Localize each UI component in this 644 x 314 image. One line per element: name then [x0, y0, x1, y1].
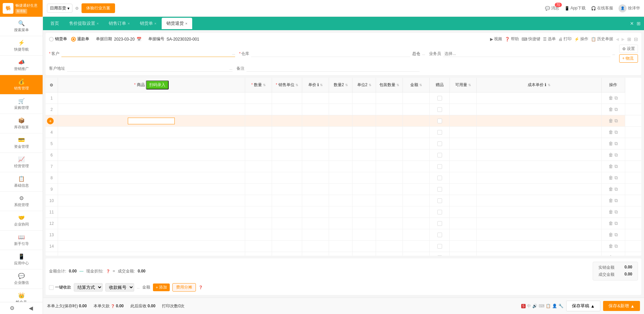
cell-unit2-11[interactable]	[353, 206, 376, 218]
delete-row-btn-3[interactable]: 🗑	[608, 118, 613, 124]
cell-unit2-14[interactable]	[353, 241, 376, 252]
sidebar-item-13[interactable]: 💬 企业微信	[0, 269, 43, 289]
cell-product-9[interactable]	[58, 184, 245, 195]
delete-row-btn-9[interactable]: 🗑	[608, 186, 613, 192]
tab-expand-btn[interactable]: ⊞	[636, 20, 641, 27]
cell-unit2-13[interactable]	[353, 229, 376, 241]
cell-sales-unit-3[interactable]	[272, 115, 302, 127]
cell-unit2-6[interactable]	[353, 149, 376, 161]
cell-quantity-2[interactable]	[245, 104, 272, 115]
warehouse-input[interactable]	[251, 51, 410, 57]
cell-pack-qty-7[interactable]	[376, 161, 403, 172]
cell-amount-2[interactable]	[403, 104, 430, 115]
copy-row-btn-7[interactable]: ⧉	[614, 164, 618, 169]
cell-sales-unit-9[interactable]	[272, 184, 302, 195]
cell-sales-unit-15[interactable]	[272, 252, 302, 256]
customer-input[interactable]	[61, 51, 232, 57]
cell-available-13[interactable]	[450, 229, 477, 241]
cell-qty2-3[interactable]	[329, 115, 353, 127]
cell-available-11[interactable]	[450, 206, 477, 218]
industry-select[interactable]: 日用百货 ▾	[47, 4, 72, 13]
message-btn[interactable]: 💬 消息 70	[545, 5, 559, 11]
cell-quantity-13[interactable]	[245, 229, 272, 241]
add-row-btn[interactable]: +	[47, 118, 54, 124]
cell-quantity-14[interactable]	[245, 241, 272, 252]
cell-qty2-5[interactable]	[329, 138, 353, 149]
copy-row-btn-15[interactable]: ⧉	[614, 255, 618, 256]
delete-row-btn-15[interactable]: 🗑	[608, 255, 613, 256]
sidebar-item-7[interactable]: 📈 经营管理	[0, 153, 43, 172]
gift-checkbox-1[interactable]	[437, 96, 442, 101]
cell-unit-price-1[interactable]	[302, 92, 329, 104]
cell-unit2-8[interactable]	[353, 172, 376, 184]
tab-2[interactable]: 销售订单×	[104, 18, 134, 29]
cell-amount-11[interactable]	[403, 206, 430, 218]
cell-available-12[interactable]	[450, 218, 477, 229]
delete-row-btn-5[interactable]: 🗑	[608, 141, 613, 146]
cell-cost-price-5[interactable]	[477, 138, 601, 149]
cell-pack-qty-15[interactable]	[376, 252, 403, 256]
cell-product-3[interactable]	[58, 115, 245, 127]
cell-qty2-15[interactable]	[329, 252, 353, 256]
cell-qty2-2[interactable]	[329, 104, 353, 115]
cell-cost-price-4[interactable]	[477, 127, 601, 138]
cell-amount-5[interactable]	[403, 138, 430, 149]
copy-row-btn-10[interactable]: ⧉	[614, 198, 618, 203]
cell-qty2-1[interactable]	[329, 92, 353, 104]
gift-checkbox-9[interactable]	[437, 187, 442, 192]
cell-sales-unit-1[interactable]	[272, 92, 302, 104]
cell-unit-price-15[interactable]	[302, 252, 329, 256]
expense-btn[interactable]: 费用分摊	[172, 283, 196, 292]
select-bill-btn[interactable]: ☰ 选单	[543, 36, 556, 42]
cell-product-2[interactable]	[58, 104, 245, 115]
sidebar-collapse-btn[interactable]: ◀	[29, 305, 33, 311]
cell-amount-14[interactable]	[403, 241, 430, 252]
copy-row-btn-2[interactable]: ⧉	[614, 107, 618, 112]
copy-row-btn-3[interactable]: ⧉	[614, 118, 618, 124]
cell-qty2-8[interactable]	[329, 172, 353, 184]
cell-product-14[interactable]	[58, 241, 245, 252]
cell-amount-15[interactable]	[403, 252, 430, 256]
cell-quantity-6[interactable]	[245, 149, 272, 161]
cell-unit2-3[interactable]	[353, 115, 376, 127]
cell-unit2-1[interactable]	[353, 92, 376, 104]
sidebar-item-2[interactable]: 📣 营销推广	[0, 56, 43, 75]
gear-table-icon[interactable]: ⚙	[50, 83, 53, 87]
cell-sales-unit-12[interactable]	[272, 218, 302, 229]
cell-quantity-1[interactable]	[245, 92, 272, 104]
cell-pack-qty-13[interactable]	[376, 229, 403, 241]
cell-cost-price-3[interactable]	[477, 115, 601, 127]
cell-quantity-7[interactable]	[245, 161, 272, 172]
cell-unit2-4[interactable]	[353, 127, 376, 138]
settlement-select[interactable]: 结算方式	[74, 283, 103, 292]
sidebar-item-12[interactable]: 📱 应用中心	[0, 250, 43, 269]
shortcut-btn[interactable]: ⌨ 快捷键	[522, 36, 540, 42]
cell-cost-price-10[interactable]	[477, 195, 601, 206]
cell-available-10[interactable]	[450, 195, 477, 206]
cell-quantity-4[interactable]	[245, 127, 272, 138]
cell-product-13[interactable]	[58, 229, 245, 241]
cell-pack-qty-3[interactable]	[376, 115, 403, 127]
tab-1[interactable]: 售价提取设置×	[64, 18, 103, 29]
cell-product-15[interactable]	[58, 252, 245, 256]
cta-button[interactable]: 体验行业方案	[82, 3, 115, 13]
cell-unit-price-6[interactable]	[302, 149, 329, 161]
cell-amount-8[interactable]	[403, 172, 430, 184]
cell-product-11[interactable]	[58, 206, 245, 218]
copy-row-btn-12[interactable]: ⧉	[614, 221, 618, 226]
history-btn[interactable]: 📋 历史单据	[591, 36, 613, 42]
delete-row-btn-10[interactable]: 🗑	[608, 198, 613, 203]
settings-btn[interactable]: ⚙ 设置	[619, 45, 638, 53]
sidebar-item-8[interactable]: 📋 基础信息	[0, 172, 43, 192]
cell-qty2-9[interactable]	[329, 184, 353, 195]
cell-unit-price-8[interactable]	[302, 172, 329, 184]
cell-product-8[interactable]	[58, 172, 245, 184]
delete-row-btn-13[interactable]: 🗑	[608, 232, 613, 238]
cell-sales-unit-10[interactable]	[272, 195, 302, 206]
cell-sales-unit-8[interactable]	[272, 172, 302, 184]
cell-available-2[interactable]	[450, 104, 477, 115]
gift-checkbox-10[interactable]	[437, 198, 442, 203]
salesperson-input[interactable]	[443, 51, 610, 57]
copy-row-btn-11[interactable]: ⧉	[614, 209, 618, 215]
gift-checkbox-13[interactable]	[437, 233, 442, 237]
